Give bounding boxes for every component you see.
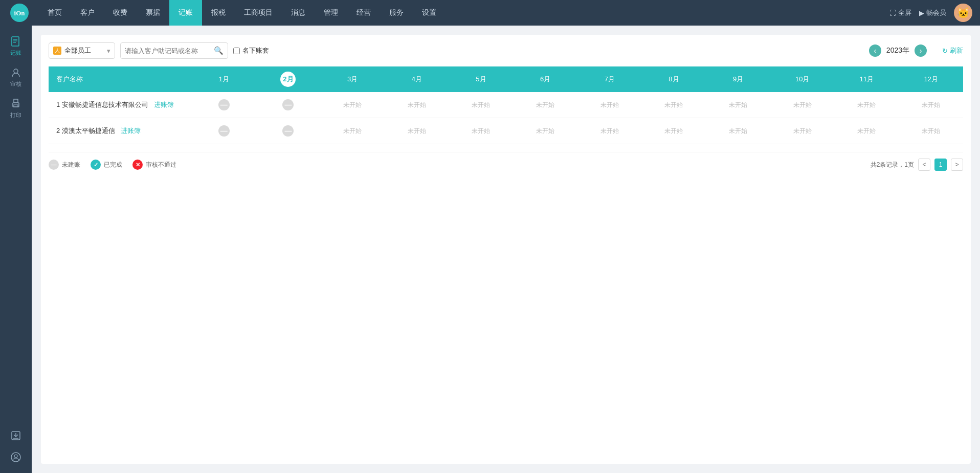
row1-m4: 未开始 — [385, 92, 449, 118]
row1-index: 1 — [56, 101, 62, 108]
my-accounts-checkbox[interactable]: 名下账套 — [233, 46, 269, 55]
nav-client[interactable]: 客户 — [71, 0, 104, 26]
search-input[interactable] — [125, 47, 211, 55]
sidebar-item-user-circle[interactable] — [0, 446, 32, 468]
year-display: 2023年 — [886, 46, 909, 55]
my-accounts-label: 名下账套 — [242, 46, 269, 55]
nav-billing[interactable]: 收费 — [104, 0, 137, 26]
sidebar-item-print[interactable]: 打印 — [0, 93, 32, 124]
my-accounts-checkbox-input[interactable] — [233, 48, 240, 54]
search-icon[interactable]: 🔍 — [214, 46, 224, 55]
refresh-icon: ↻ — [942, 47, 948, 55]
app-logo: iOn — [5, 4, 33, 22]
not-started-label: 未开始 — [472, 127, 490, 134]
col-month-10: 10月 — [770, 66, 835, 92]
pagination: 共2条记录，1页 < 1 > — [871, 159, 963, 171]
not-started-label: 未开始 — [408, 101, 426, 108]
row2-m9: 未开始 — [706, 118, 770, 144]
nav-tax[interactable]: 报税 — [202, 0, 235, 26]
chevron-down-icon: ▾ — [107, 47, 110, 55]
sidebar-label-audit: 审核 — [10, 80, 21, 88]
not-started-label: 未开始 — [343, 101, 362, 108]
col-month-9: 9月 — [706, 66, 770, 92]
row2-m12: 未开始 — [899, 118, 963, 144]
print-icon — [10, 98, 21, 109]
fullscreen-button[interactable]: ⛶ 全屏 — [889, 8, 911, 17]
svg-rect-8 — [14, 99, 18, 103]
nav-home[interactable]: 首页 — [38, 0, 71, 26]
not-started-label: 未开始 — [857, 127, 876, 134]
dash-icon: — — [218, 99, 230, 110]
row1-m10: 未开始 — [770, 92, 835, 118]
row1-enter-link[interactable]: 进账簿 — [154, 101, 174, 108]
year-navigation: ‹ 2023年 › — [869, 44, 927, 57]
vip-icon: ▶ — [919, 9, 924, 17]
current-month-circle: 2月 — [280, 72, 296, 87]
col-month-12: 12月 — [899, 66, 963, 92]
content-card: 人 全部员工 ▾ 🔍 名下账套 ‹ 2023年 › ↻ 刷新 — [41, 35, 971, 464]
user-avatar[interactable]: 🐱 — [954, 4, 972, 22]
table-body: 1 安徽畅捷通信息技术有限公司 进账簿 — — 未开始 未开始 未开始 未开始 … — [49, 92, 963, 144]
legend-dot-teal: ✓ — [91, 160, 101, 170]
row2-m10: 未开始 — [770, 118, 835, 144]
sidebar-item-bookkeeping[interactable]: 记账 — [0, 31, 32, 62]
col-month-11: 11月 — [835, 66, 899, 92]
sidebar-item-download[interactable] — [0, 425, 32, 446]
employee-select[interactable]: 人 全部员工 ▾ — [49, 42, 115, 59]
nav-service[interactable]: 服务 — [380, 0, 413, 26]
row1-m8: 未开始 — [642, 92, 706, 118]
nav-business[interactable]: 工商项目 — [235, 0, 282, 26]
col-month-5: 5月 — [449, 66, 514, 92]
col-month-3: 3月 — [320, 66, 385, 92]
svg-point-16 — [14, 455, 17, 458]
x-symbol: ✕ — [136, 162, 140, 168]
row1-m3: 未开始 — [320, 92, 385, 118]
row1-client-name: 1 安徽畅捷通信息技术有限公司 进账簿 — [49, 92, 192, 118]
next-year-button[interactable]: › — [915, 44, 927, 57]
bookkeeping-icon — [10, 36, 21, 47]
vip-button[interactable]: ▶ 畅会员 — [919, 8, 946, 17]
row1-m9: 未开始 — [706, 92, 770, 118]
row2-m8: 未开始 — [642, 118, 706, 144]
row2-m11: 未开始 — [835, 118, 899, 144]
nav-management[interactable]: 管理 — [315, 0, 347, 26]
not-started-label: 未开始 — [536, 101, 554, 108]
row1-m11: 未开始 — [835, 92, 899, 118]
row2-enter-link[interactable]: 进账簿 — [121, 127, 141, 134]
user-circle-icon — [10, 452, 21, 463]
legend-dot-grey: — — [49, 160, 59, 170]
nav-operation[interactable]: 经营 — [347, 0, 380, 26]
nav-invoice[interactable]: 票据 — [137, 0, 169, 26]
current-page-button[interactable]: 1 — [934, 159, 947, 171]
col-client-name: 客户名称 — [49, 66, 192, 92]
legend-label-rejected: 审核不通过 — [146, 161, 176, 169]
next-page-button[interactable]: > — [951, 159, 963, 171]
nav-right: ⛶ 全屏 ▶ 畅会员 🐱 — [889, 4, 980, 22]
row2-m7: 未开始 — [577, 118, 642, 144]
prev-page-button[interactable]: < — [918, 159, 930, 171]
employee-icon: 人 — [53, 47, 61, 55]
svg-point-6 — [14, 69, 18, 73]
data-table: 客户名称 1月 2月 3月 4月 5月 6月 7月 8月 9月 10月 — [49, 66, 963, 144]
col-month-2: 2月 — [256, 66, 321, 92]
dash-icon: — — [282, 125, 294, 137]
prev-year-button[interactable]: ‹ — [869, 44, 881, 57]
row2-index: 2 — [56, 127, 62, 134]
left-sidebar: 记账 审核 打印 — [0, 26, 32, 473]
download-icon — [10, 430, 21, 441]
col-month-7: 7月 — [577, 66, 642, 92]
not-started-label: 未开始 — [922, 101, 940, 108]
not-started-label: 未开始 — [729, 127, 747, 134]
refresh-button[interactable]: ↻ 刷新 — [942, 46, 963, 55]
not-started-label: 未开始 — [793, 127, 812, 134]
nav-bookkeeping[interactable]: 记账 — [169, 0, 202, 26]
sidebar-item-audit[interactable]: 审核 — [0, 62, 32, 93]
not-started-label: 未开始 — [793, 101, 812, 108]
logo-icon: iOn — [10, 4, 29, 22]
nav-message[interactable]: 消息 — [282, 0, 315, 26]
sidebar-bottom — [0, 425, 32, 473]
sidebar-label-bookkeeping: 记账 — [10, 49, 21, 57]
nav-settings[interactable]: 设置 — [413, 0, 446, 26]
not-started-label: 未开始 — [664, 127, 683, 134]
nav-items: 首页 客户 收费 票据 记账 报税 工商项目 消息 管理 经营 服务 设置 — [38, 0, 889, 26]
